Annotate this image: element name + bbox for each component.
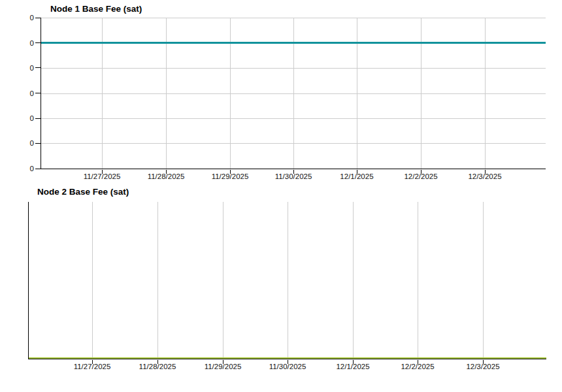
x-grid-line bbox=[353, 202, 354, 359]
x-tick-label: 12/1/2025 bbox=[340, 172, 373, 180]
y-tick-label: 0 bbox=[30, 39, 34, 47]
y-axis-tick bbox=[35, 18, 41, 18]
x-tick-label: 12/2/2025 bbox=[404, 172, 437, 180]
x-tick-label: 11/29/2025 bbox=[212, 172, 249, 180]
x-tick-label: 11/28/2025 bbox=[148, 172, 185, 180]
x-grid-line bbox=[483, 202, 484, 359]
x-tick-label: 11/27/2025 bbox=[84, 172, 121, 180]
x-tick-label: 11/30/2025 bbox=[269, 363, 306, 370]
node-2-base-fee-line bbox=[29, 357, 546, 359]
x-tick-label: 12/3/2025 bbox=[468, 172, 501, 180]
x-grid-line bbox=[288, 202, 288, 359]
y-grid-line bbox=[41, 143, 546, 144]
node1-plot-area: 11/27/202511/28/202511/29/202511/30/2025… bbox=[41, 18, 546, 169]
y-grid-line bbox=[41, 118, 546, 119]
x-grid-line bbox=[92, 202, 93, 359]
y-axis-tick bbox=[35, 67, 41, 68]
y-grid-line bbox=[41, 68, 546, 69]
y-tick-label: 0 bbox=[30, 90, 34, 97]
x-tick-label: 11/28/2025 bbox=[139, 363, 176, 370]
x-grid-line bbox=[157, 202, 158, 359]
y-tick-label: 0 bbox=[30, 165, 34, 172]
node2-chart-title: Node 2 Base Fee (sat) bbox=[37, 187, 129, 197]
y-grid-line bbox=[41, 93, 546, 94]
x-tick-label: 11/27/2025 bbox=[74, 363, 111, 370]
y-axis-tick bbox=[35, 93, 41, 93]
x-tick-label: 11/30/2025 bbox=[275, 172, 312, 180]
x-tick-label: 12/2/2025 bbox=[401, 363, 434, 370]
node1-chart-title: Node 1 Base Fee (sat) bbox=[50, 4, 142, 14]
y-tick-label: 0 bbox=[30, 114, 34, 122]
x-tick-label: 12/1/2025 bbox=[336, 363, 369, 370]
y-tick-label: 0 bbox=[30, 64, 34, 72]
y-axis-tick bbox=[35, 143, 41, 144]
y-axis-tick bbox=[35, 169, 41, 169]
y-tick-label: 0 bbox=[30, 139, 34, 147]
x-tick-label: 11/29/2025 bbox=[205, 363, 242, 370]
base-fee-dashboard: Node 1 Base Fee (sat) 11/27/202511/28/20… bbox=[0, 0, 562, 392]
y-axis-tick bbox=[35, 118, 41, 119]
x-grid-line bbox=[223, 202, 223, 359]
x-grid-line bbox=[418, 202, 418, 359]
node2-plot-area: 11/27/202511/28/202511/29/202511/30/2025… bbox=[28, 202, 546, 359]
y-axis-tick bbox=[35, 42, 41, 43]
x-tick-label: 12/3/2025 bbox=[466, 363, 499, 370]
y-grid-line bbox=[41, 18, 546, 18]
y-tick-label: 0 bbox=[30, 14, 34, 22]
node-1-base-fee-line bbox=[41, 42, 546, 44]
